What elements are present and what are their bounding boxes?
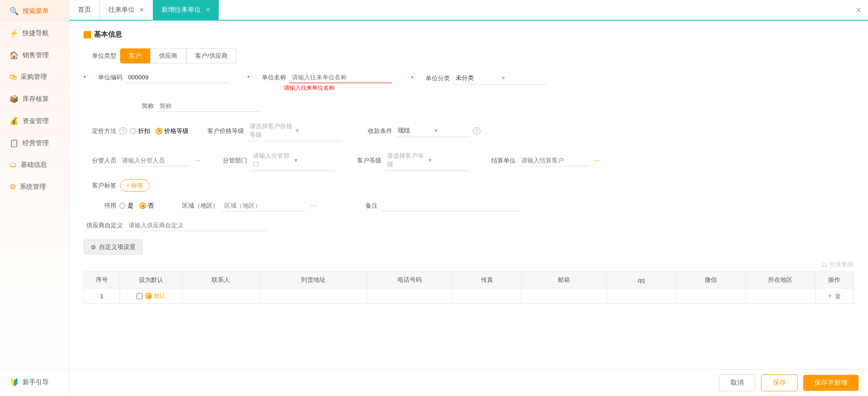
settlement-unit-more-btn[interactable]: ··· [594,156,600,165]
unit-code-input[interactable] [125,72,228,83]
add-tag-button[interactable]: + 标签 [120,179,150,192]
customer-price-level-placeholder: 请选择客户价格等级 [250,122,293,139]
payment-terms-arrow: ▼ [434,128,467,133]
delete-row-btn[interactable]: 🗑 [835,292,841,300]
sidebar-item-quick-nav[interactable]: ⚡ 快捷导航 [0,22,69,44]
settlement-unit-label: 结算单位 [483,156,516,165]
customer-tag-label: 客户标签 [84,181,116,190]
manager-input[interactable] [119,155,190,166]
cell-fax[interactable] [452,288,522,304]
customer-level-arrow: ▼ [427,157,466,163]
save-button[interactable]: 保存 [761,374,798,391]
payment-terms-dropdown[interactable]: 现结 ▼ [395,124,470,137]
phone-input[interactable] [388,293,431,300]
cell-qq[interactable] [607,288,676,304]
region-more-btn[interactable]: ··· [311,202,317,210]
department-dropdown[interactable]: 请输入分管部门 ▼ [250,150,335,171]
unit-info-row: * 单位编码 * 单位名称 请输入往来单位名称 * 单位分类 未分类 ▼ [84,72,854,92]
disabled-radio-group: 是 否 [119,202,154,210]
col-qq: qq [607,272,676,288]
settlement-unit-input[interactable] [518,155,589,166]
custom-settings-button[interactable]: ⚙ 自定义项设置 [84,240,143,255]
contact-input[interactable] [202,293,240,300]
guide-icon: 🔰 [9,378,19,387]
supplier-custom-label: 供应商自定义 [86,221,123,230]
short-name-input[interactable] [157,101,260,112]
payment-terms-help-icon[interactable]: ? [473,127,480,135]
address-input[interactable] [285,293,342,300]
region-input[interactable] [221,200,306,211]
pricing-discount-radio[interactable]: 折扣 [129,127,150,135]
contacts-table: 序号 设为默认 联系人 到货地址 电话号码 传真 邮箱 qq 微信 所在地区 操… [84,272,854,304]
cell-email[interactable] [522,288,607,304]
sidebar-item-guide[interactable]: 🔰 新手引导 [0,373,69,391]
tab-home[interactable]: 首页 [69,0,100,20]
cell-phone[interactable] [367,288,452,304]
inventory-icon: 📦 [9,94,19,103]
default-radio[interactable]: 默认 [145,292,165,300]
unit-code-label: 单位编码 [90,73,122,82]
department-arrow: ▼ [293,157,332,163]
sidebar-item-purchase[interactable]: 🛍 采购管理 [0,66,69,88]
bottom-bar: 取消 保存 保存并新增 [69,369,868,396]
disabled-yes-radio[interactable]: 是 [119,202,134,210]
wechat-input[interactable] [694,293,727,300]
pricing-method-label: 定价方法 [84,127,116,135]
pricing-method-help-icon[interactable]: ? [119,127,127,135]
cell-address[interactable] [259,288,367,304]
sidebar-item-inventory[interactable]: 📦 库存核算 [0,88,69,110]
sidebar-item-search[interactable]: 🔍 搜索菜单 [0,0,69,22]
col-seq: 序号 [84,272,120,288]
unit-category-required: * [411,75,413,82]
unit-name-input[interactable] [289,72,392,83]
tab-new-transaction-close[interactable]: ✕ [206,7,210,13]
fax-input[interactable] [471,293,503,300]
remark-input[interactable] [381,200,521,211]
sidebar-item-basic-info[interactable]: 🗂 基础信息 [0,154,69,176]
batch-delete-label[interactable]: 批量删除 [830,260,854,269]
manager-more-btn[interactable]: ··· [194,156,200,165]
disabled-yes-circle [119,202,126,209]
add-row-btn[interactable]: + [828,292,832,300]
qq-input[interactable] [625,293,658,300]
cancel-button[interactable]: 取消 [719,374,755,391]
payment-terms-label: 收款条件 [359,127,392,135]
email-input[interactable] [543,293,585,300]
pricing-level-radio[interactable]: 价格等级 [156,127,189,135]
tab-transactions-close[interactable]: ✕ [139,7,144,13]
unit-type-customer-btn[interactable]: 客户 [120,48,150,63]
department-label: 分管部门 [214,156,247,165]
location-input[interactable] [764,293,797,300]
unit-category-arrow: ▼ [501,75,544,81]
disabled-no-radio[interactable]: 否 [139,202,154,210]
cell-location[interactable] [746,288,815,304]
unit-type-row: 单位类型 客户 供应商 客户/供应商 [84,48,854,63]
basic-info-icon: 🗂 [9,161,17,169]
unit-category-value: 未分类 [456,74,499,82]
cell-contact[interactable] [183,288,260,304]
unit-code-required: * [84,74,86,81]
customer-level-label: 客户等级 [349,156,381,165]
unit-category-label: 单位分类 [417,74,450,83]
cell-wechat[interactable] [676,288,746,304]
tab-new-transaction[interactable]: 新增往来单位 ✕ [153,0,219,20]
row-checkbox[interactable] [137,293,143,299]
supplier-custom-input[interactable] [126,220,266,231]
close-all-tabs[interactable]: ✕ [849,0,868,20]
payment-terms-value: 现结 [398,126,432,135]
sidebar-item-sales[interactable]: 🏠 销售管理 [0,44,69,66]
unit-type-supplier-btn[interactable]: 供应商 [150,48,186,63]
customer-level-dropdown[interactable]: 请选择客户等级 ▼ [384,150,469,171]
operations-icon: 📋 [9,139,19,148]
customer-price-level-dropdown[interactable]: 请选择客户价格等级 ▼ [247,120,341,141]
unit-category-dropdown[interactable]: 未分类 ▼ [453,72,547,85]
batch-delete-area: 🗂 批量删除 [84,260,854,269]
sidebar-item-operations[interactable]: 📋 经营管理 [0,132,69,154]
sidebar-item-system[interactable]: ⚙ 系统管理 [0,176,69,198]
batch-delete-icon: 🗂 [821,261,828,268]
sidebar-item-finance[interactable]: 💰 资金管理 [0,110,69,132]
save-new-button[interactable]: 保存并新增 [803,375,859,391]
unit-type-both-btn[interactable]: 客户/供应商 [186,48,236,63]
tab-transactions[interactable]: 往来单位 ✕ [100,0,153,20]
custom-settings-wrap: ⚙ 自定义项设置 [84,240,854,260]
